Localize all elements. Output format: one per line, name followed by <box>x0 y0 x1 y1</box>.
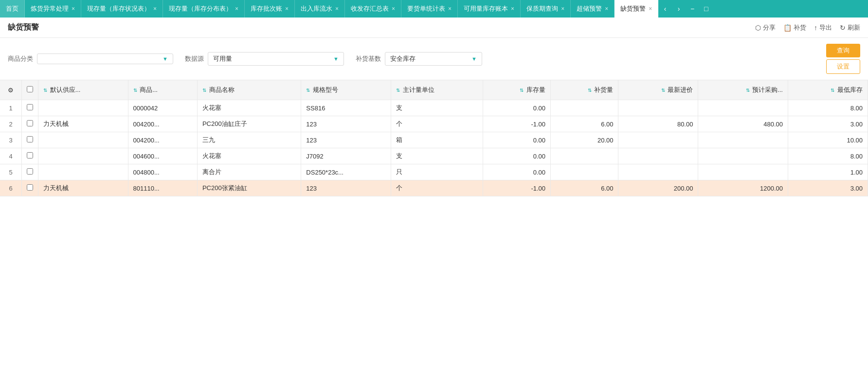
latest-price-column-header[interactable]: ⇅ 最新进价 <box>618 80 698 100</box>
select-all-checkbox[interactable] <box>27 86 33 92</box>
replenish-sort-icon: ⇅ <box>588 88 592 93</box>
data-table: ⚙ ⇅ 默认供应... ⇅ 商品... ⇅ 商品名称 <box>0 80 868 196</box>
row-spec: 123 <box>301 116 391 132</box>
datasource-select[interactable]: 可用量 ▼ <box>208 52 344 66</box>
row-checkbox[interactable] <box>27 184 33 191</box>
category-label: 商品分类 <box>8 54 33 63</box>
tab-close-order-stat[interactable]: × <box>448 5 452 12</box>
tab-close-exception[interactable]: × <box>72 5 75 12</box>
tab-close-inout[interactable]: × <box>335 5 339 12</box>
tab-receipt[interactable]: 收发存汇总表 × <box>345 0 401 18</box>
row-code: 004800... <box>128 164 197 180</box>
tab-batch[interactable]: 库存批次账 × <box>245 0 295 18</box>
tab-inventory-dist[interactable]: 现存量（库存分布表） × <box>163 0 245 18</box>
row-number: 2 <box>0 116 22 132</box>
tab-order-stat[interactable]: 要货单统计表 × <box>401 0 458 18</box>
page-header: 缺货预警 ⬡ 分享 📋 补货 ↑ 导出 ↻ 刷新 <box>0 18 868 38</box>
row-unit: 只 <box>391 164 483 180</box>
tab-next-btn[interactable]: › <box>672 0 686 18</box>
tab-close-inventory-status[interactable]: × <box>153 5 157 12</box>
datasource-chevron-icon: ▼ <box>333 56 339 62</box>
share-btn[interactable]: ⬡ 分享 <box>755 23 776 32</box>
row-checkbox[interactable] <box>27 104 33 110</box>
row-stock: -1.00 <box>483 180 550 196</box>
row-unit: 箱 <box>391 132 483 148</box>
row-stock: 0.00 <box>483 132 550 148</box>
table-row[interactable]: 3 004200... 三九 123 箱 0.00 20.00 10.00 <box>0 132 868 148</box>
row-checkbox[interactable] <box>27 168 33 175</box>
row-name: PC200张紧油缸 <box>197 180 301 196</box>
replenish-btn[interactable]: 📋 补货 <box>783 23 806 32</box>
row-code: 004200... <box>128 116 197 132</box>
row-min-stock: 8.00 <box>788 148 868 164</box>
tab-inout[interactable]: 出入库流水 × <box>295 0 345 18</box>
refresh-btn[interactable]: ↻ 刷新 <box>840 23 860 32</box>
replenish-column-header[interactable]: ⇅ 补货量 <box>551 80 618 100</box>
replenish-base-select[interactable]: 安全库存 ▼ <box>385 52 482 66</box>
table-row[interactable]: 2 力天机械 004200... PC200油缸庄子 123 个 -1.00 6… <box>0 116 868 132</box>
min-stock-column-header[interactable]: ⇅ 最低库存 <box>788 80 868 100</box>
category-chevron-icon: ▼ <box>163 56 168 62</box>
row-checkbox-cell <box>22 148 38 164</box>
tab-close-batch[interactable]: × <box>285 5 289 12</box>
export-btn[interactable]: ↑ 导出 <box>814 23 832 32</box>
supplier-column-header[interactable]: ⇅ 默认供应... <box>38 80 128 100</box>
row-supplier: 力天机械 <box>38 180 128 196</box>
tab-prev-btn[interactable]: ‹ <box>658 0 672 18</box>
row-supplier <box>38 164 128 180</box>
replenish-base-filter-group: 补货基数 安全库存 ▼ <box>356 52 482 66</box>
tab-close-overstock[interactable]: × <box>605 5 608 12</box>
stock-column-header[interactable]: ⇅ 库存量 <box>483 80 550 100</box>
main-content: 缺货预警 ⬡ 分享 📋 补货 ↑ 导出 ↻ 刷新 商品分类 <box>0 18 868 387</box>
row-checkbox[interactable] <box>27 152 33 158</box>
query-button[interactable]: 查询 <box>826 44 860 57</box>
row-spec: J7092 <box>301 148 391 164</box>
tab-close-shortage[interactable]: × <box>649 5 652 12</box>
tab-maximize-btn[interactable]: □ <box>699 0 713 18</box>
settings-button[interactable]: 设置 <box>826 59 860 74</box>
table-row[interactable]: 4 004600... 火花塞 J7092 支 0.00 8.00 <box>0 148 868 164</box>
row-checkbox[interactable] <box>27 136 33 142</box>
tab-close-available[interactable]: × <box>511 5 514 12</box>
unit-column-header[interactable]: ⇅ 主计量单位 <box>391 80 483 100</box>
table-row[interactable]: 5 004800... 离合片 DS250*23c... 只 0.00 1.00 <box>0 164 868 180</box>
row-unit: 个 <box>391 180 483 196</box>
row-spec: 123 <box>301 180 391 196</box>
row-stock: -1.00 <box>483 116 550 132</box>
row-spec: DS250*23c... <box>301 164 391 180</box>
row-checkbox[interactable] <box>27 120 33 126</box>
row-checkbox-cell <box>22 180 38 196</box>
tab-close-receipt[interactable]: × <box>392 5 395 12</box>
spec-column-header[interactable]: ⇅ 规格型号 <box>301 80 391 100</box>
row-supplier <box>38 132 128 148</box>
tab-close-expiry[interactable]: × <box>561 5 564 12</box>
tab-overstock[interactable]: 超储预警 × <box>571 0 615 18</box>
row-unit: 支 <box>391 100 483 116</box>
category-filter-group: 商品分类 ▼ <box>8 53 173 64</box>
table-row[interactable]: 6 力天机械 801110... PC200张紧油缸 123 个 -1.00 6… <box>0 180 868 196</box>
code-column-header[interactable]: ⇅ 商品... <box>128 80 197 100</box>
replenish-base-chevron-icon: ▼ <box>471 56 477 62</box>
tab-shortage[interactable]: 缺货预警 × <box>615 0 658 18</box>
tab-expiry[interactable]: 保质期查询 × <box>521 0 571 18</box>
tab-bar: 首页 炼货异常处理 × 现存量（库存状况表） × 现存量（库存分布表） × 库存… <box>0 0 868 18</box>
tab-exception[interactable]: 炼货异常处理 × <box>25 0 81 18</box>
row-checkbox-cell <box>22 164 38 180</box>
table-row[interactable]: 1 0000042 火花塞 SS816 支 0.00 8.00 <box>0 100 868 116</box>
tab-minimize-btn[interactable]: − <box>686 0 699 18</box>
row-est-purchase <box>698 132 788 148</box>
stock-sort-icon: ⇅ <box>520 88 524 93</box>
est-purchase-column-header[interactable]: ⇅ 预计采购... <box>698 80 788 100</box>
category-select[interactable]: ▼ <box>37 53 173 64</box>
gear-icon[interactable]: ⚙ <box>5 84 17 96</box>
row-min-stock: 8.00 <box>788 100 868 116</box>
tab-home[interactable]: 首页 <box>0 0 25 18</box>
share-icon: ⬡ <box>755 24 761 32</box>
datasource-value: 可用量 <box>213 54 232 63</box>
tab-available[interactable]: 可用量库存账本 × <box>458 0 521 18</box>
tab-close-inventory-dist[interactable]: × <box>235 5 238 12</box>
row-stock: 0.00 <box>483 100 550 116</box>
tab-inventory-status[interactable]: 现存量（库存状况表） × <box>81 0 163 18</box>
name-column-header[interactable]: ⇅ 商品名称 <box>197 80 301 100</box>
row-min-stock: 10.00 <box>788 132 868 148</box>
